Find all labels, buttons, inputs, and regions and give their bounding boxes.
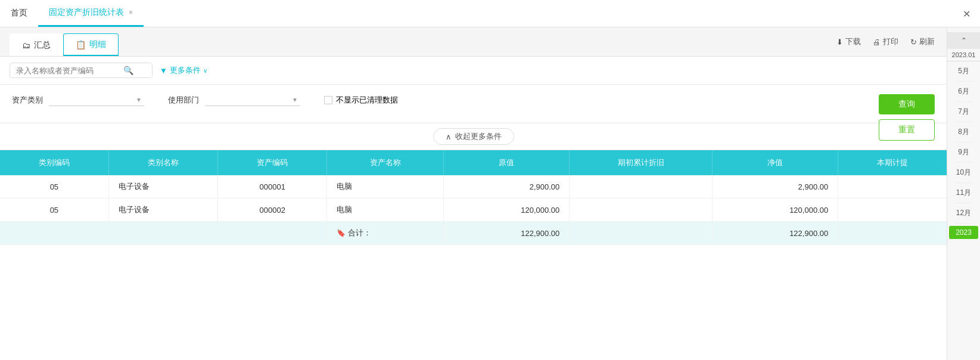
- download-icon: ⬇: [836, 38, 843, 46]
- year-badge: 2023: [949, 226, 979, 239]
- data-table: 类别编码 类别名称 资产编码 资产名称 原值 期初累计折旧 净值 本期计提 05…: [0, 150, 947, 245]
- left-panel: 🗂 汇总 📋 明细 ⬇ 下载 🖨 打印 ↻: [0, 27, 947, 360]
- search-icon[interactable]: 🔍: [123, 66, 133, 75]
- sidebar-month-item[interactable]: 12月: [955, 203, 972, 224]
- sidebar-month-item[interactable]: 8月: [955, 122, 972, 142]
- col-category-code: 类别编码: [0, 150, 108, 175]
- department-label: 使用部门: [168, 95, 199, 105]
- asset-category-arrow: ▼: [136, 97, 142, 103]
- print-label: 打印: [883, 36, 898, 47]
- subtab-summary-label: 汇总: [34, 40, 51, 51]
- cell-original-value: 120,000.00: [443, 198, 570, 222]
- main-content: 🗂 汇总 📋 明细 ⬇ 下载 🖨 打印 ↻: [0, 27, 980, 360]
- sidebar-month-item[interactable]: 10月: [955, 163, 972, 183]
- refresh-label: 刷新: [919, 36, 935, 47]
- collapse-bar: ∧ 收起更多条件: [0, 123, 947, 150]
- tab-close-icon[interactable]: ×: [129, 8, 133, 17]
- total-original-value: 122,900.00: [443, 222, 570, 245]
- refresh-icon: ↻: [910, 38, 917, 46]
- filter-panel: 资产类别 ▼ 使用部门 ▼ 不显示已清理数据: [0, 85, 947, 123]
- filter-row-1: 资产类别 ▼ 使用部门 ▼ 不显示已清理数据: [12, 94, 935, 106]
- cell-asset-name: 电脑: [327, 198, 443, 222]
- filter-icon: ▼: [160, 66, 167, 75]
- table-header-row: 类别编码 类别名称 资产编码 资产名称 原值 期初累计折旧 净值 本期计提: [0, 150, 947, 175]
- collapse-label: 收起更多条件: [455, 131, 502, 142]
- more-conditions-button[interactable]: ▼ 更多条件 ∨: [160, 65, 207, 76]
- period-nav-up[interactable]: ⌃: [947, 32, 980, 49]
- total-initial-depreciation: [570, 222, 712, 245]
- col-category-name: 类别名称: [108, 150, 217, 175]
- chevron-down-icon: ∨: [203, 67, 207, 74]
- search-input-wrapper[interactable]: 🔍: [10, 63, 153, 78]
- window-close-button[interactable]: ✕: [963, 8, 970, 19]
- total-label-cell: [0, 222, 327, 245]
- download-button[interactable]: ⬇ 下载: [836, 36, 861, 47]
- total-row: 🔖 合计： 122,900.00 122,900.00: [0, 222, 947, 245]
- hide-cleared-label: 不显示已清理数据: [336, 95, 398, 105]
- more-conditions-label: 更多条件: [170, 65, 201, 76]
- search-input[interactable]: [16, 66, 123, 75]
- col-initial-depreciation: 期初累计折旧: [570, 150, 712, 175]
- col-net-value: 净值: [712, 150, 838, 175]
- department-arrow: ▼: [292, 97, 298, 103]
- tab-bar: 首页 固定资产折旧统计表 × ✕: [0, 0, 980, 27]
- tab-active-label: 固定资产折旧统计表: [49, 7, 124, 18]
- print-button[interactable]: 🖨 打印: [873, 36, 898, 47]
- detail-icon: 📋: [76, 40, 86, 49]
- query-button[interactable]: 查询: [879, 94, 935, 114]
- download-label: 下载: [845, 36, 861, 47]
- subtab-detail[interactable]: 📋 明细: [63, 33, 119, 56]
- cell-category-name: 电子设备: [108, 175, 217, 198]
- cell-category-code: 05: [0, 175, 108, 198]
- filter-asset-category: 资产类别 ▼: [12, 94, 144, 106]
- hide-cleared-checkbox[interactable]: [324, 96, 332, 104]
- cell-initial-depreciation: [570, 198, 712, 222]
- cell-original-value: 2,900.00: [443, 175, 570, 198]
- sidebar-month-item[interactable]: 11月: [955, 183, 972, 203]
- cell-asset-code: 000002: [218, 198, 327, 222]
- cell-current-period: [838, 198, 947, 222]
- col-original-value: 原值: [443, 150, 570, 175]
- chevron-up-icon: ⌃: [961, 36, 967, 45]
- cell-initial-depreciation: [570, 175, 712, 198]
- cell-category-name: 电子设备: [108, 198, 217, 222]
- department-select[interactable]: ▼: [205, 94, 300, 106]
- table-container: 类别编码 类别名称 资产编码 资产名称 原值 期初累计折旧 净值 本期计提 05…: [0, 150, 947, 360]
- subtab-summary[interactable]: 🗂 汇总: [10, 33, 63, 56]
- col-current-period: 本期计提: [838, 150, 947, 175]
- sidebar-month-item[interactable]: 6月: [955, 82, 972, 102]
- action-buttons: 查询 重置: [879, 94, 935, 141]
- total-label: 🔖 合计：: [327, 222, 443, 245]
- cell-asset-name: 电脑: [327, 175, 443, 198]
- print-icon: 🖨: [873, 38, 881, 46]
- total-current-period: [838, 222, 947, 245]
- summary-icon: 🗂: [22, 41, 30, 50]
- collapse-button[interactable]: ∧ 收起更多条件: [433, 128, 514, 145]
- right-sidebar: ⌃ 2023.01 5月6月7月8月9月10月11月12月 2023: [947, 27, 980, 360]
- col-asset-name: 资产名称: [327, 150, 443, 175]
- cell-current-period: [838, 175, 947, 198]
- sidebar-month-item[interactable]: 9月: [955, 142, 972, 163]
- current-period-label: 2023.01: [947, 49, 980, 61]
- search-bar: 🔍 ▼ 更多条件 ∨: [0, 57, 947, 85]
- cell-net-value: 2,900.00: [712, 175, 838, 198]
- hide-cleared-checkbox-item: 不显示已清理数据: [324, 95, 398, 105]
- sidebar-months: 5月6月7月8月9月10月11月12月: [955, 61, 972, 224]
- tab-active[interactable]: 固定资产折旧统计表 ×: [38, 0, 144, 27]
- toolbar-actions: ⬇ 下载 🖨 打印 ↻ 刷新: [836, 27, 947, 56]
- tab-home-label: 首页: [11, 8, 27, 18]
- sidebar-month-item[interactable]: 5月: [955, 61, 972, 82]
- total-net-value: 122,900.00: [712, 222, 838, 245]
- refresh-button[interactable]: ↻ 刷新: [910, 36, 935, 47]
- table-row: 05 电子设备 000001 电脑 2,900.00 2,900.00: [0, 175, 947, 198]
- sidebar-month-item[interactable]: 7月: [955, 102, 972, 122]
- collapse-up-icon: ∧: [446, 132, 452, 141]
- cell-net-value: 120,000.00: [712, 198, 838, 222]
- col-asset-code: 资产编码: [218, 150, 327, 175]
- cell-asset-code: 000001: [218, 175, 327, 198]
- asset-category-select[interactable]: ▼: [49, 94, 144, 106]
- table-row: 05 电子设备 000002 电脑 120,000.00 120,000.00: [0, 198, 947, 222]
- tab-home[interactable]: 首页: [0, 0, 38, 27]
- subtab-detail-label: 明细: [89, 39, 106, 50]
- reset-button[interactable]: 重置: [879, 119, 935, 141]
